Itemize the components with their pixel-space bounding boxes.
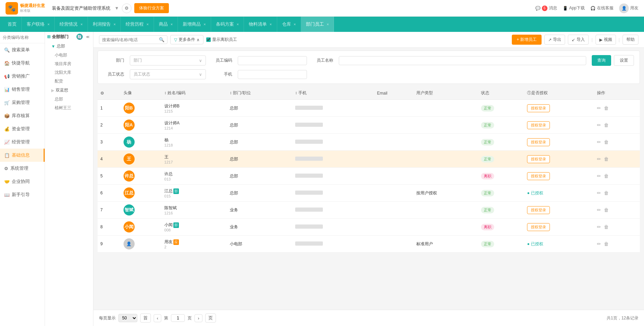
query-button[interactable]: 查询: [592, 55, 611, 66]
trial-button[interactable]: 体验行业方案: [134, 3, 169, 13]
tab-history[interactable]: 经营历程×: [121, 17, 154, 32]
tab-goods[interactable]: 商品×: [154, 17, 178, 32]
delete-icon[interactable]: 🗑: [604, 241, 609, 247]
close-icon[interactable]: ×: [146, 22, 148, 26]
more-filter-button[interactable]: ▽ 更多条件 ∧: [170, 35, 203, 44]
sidebar-item-search-menu[interactable]: 🔍 搜索菜单: [0, 43, 45, 56]
edit-icon[interactable]: ✏: [597, 241, 601, 247]
close-icon[interactable]: ×: [237, 22, 239, 26]
close-icon[interactable]: ×: [327, 22, 329, 26]
tab-dept-employee[interactable]: 部门员工×: [301, 17, 334, 32]
close-icon[interactable]: ×: [80, 22, 82, 26]
settings-icon[interactable]: ⚙: [100, 91, 104, 96]
sidebar-item-guide[interactable]: 📖 新手引导: [0, 188, 45, 201]
dept-item-zongbu[interactable]: ▼ 总部: [45, 42, 93, 51]
edit-icon[interactable]: ✏: [597, 122, 601, 128]
first-page-btn[interactable]: 首: [140, 314, 151, 323]
sidebar-item-purchase[interactable]: 🛒 采购管理: [0, 96, 45, 109]
dept-sub-peihuo[interactable]: 配货: [45, 77, 93, 86]
tab-home[interactable]: 首页: [3, 17, 22, 32]
close-icon[interactable]: ×: [203, 22, 206, 26]
sidebar-item-sales[interactable]: 📊 销售管理: [0, 83, 45, 96]
edit-icon[interactable]: ✏: [597, 207, 601, 213]
edit-icon[interactable]: ✏: [597, 139, 601, 145]
edit-icon[interactable]: ✏: [597, 224, 601, 230]
emp-name-input[interactable]: [339, 56, 586, 65]
delete-icon[interactable]: 🗑: [604, 156, 609, 162]
sidebar-item-inventory[interactable]: 📦 库存核算: [0, 109, 45, 122]
dept-sub-shenyang[interactable]: 沈阳大库: [45, 68, 93, 77]
add-employee-button[interactable]: + 新增员工: [512, 35, 542, 45]
close-icon[interactable]: ×: [171, 22, 173, 26]
edit-icon[interactable]: ✏: [597, 105, 601, 111]
status-badge: 正常: [481, 139, 494, 146]
close-icon[interactable]: ×: [47, 22, 49, 26]
tab-bom[interactable]: 物料清单×: [244, 17, 277, 32]
sidebar-item-quick-nav[interactable]: 🏠 快捷导航: [0, 56, 45, 70]
show-resigned-checkbox[interactable]: [206, 37, 211, 42]
phone-input[interactable]: [238, 70, 307, 79]
tab-customer[interactable]: 客户联络×: [22, 17, 55, 32]
auth-login-button[interactable]: 授权登录: [527, 121, 550, 129]
close-icon[interactable]: ×: [114, 22, 116, 26]
sidebar-item-finance[interactable]: 💰 资金管理: [0, 122, 45, 135]
edit-icon[interactable]: ✏: [597, 190, 601, 196]
edit-icon[interactable]: ✏: [597, 156, 601, 162]
view-button[interactable]: ▶视频: [596, 35, 616, 45]
close-icon[interactable]: ×: [294, 22, 296, 26]
sidebar-item-operation[interactable]: 📈 经营管理: [0, 135, 45, 149]
delete-icon[interactable]: 🗑: [604, 190, 609, 196]
export-button[interactable]: ↗导出: [544, 35, 565, 45]
auth-login-button[interactable]: 授权登录: [527, 206, 550, 214]
tab-barcode[interactable]: 条码方案×: [211, 17, 244, 32]
dept-sub-project[interactable]: 项目库房: [45, 60, 93, 68]
dept-sub-zhishu[interactable]: 植树王三: [45, 104, 93, 112]
emp-status-select[interactable]: 员工状态 ∨: [130, 69, 206, 79]
dept-collapse-arrow[interactable]: ≪: [84, 33, 91, 40]
all-dept-header[interactable]: ⊞ 全部部门 🔄 ≪: [45, 32, 93, 42]
delete-icon[interactable]: 🗑: [604, 139, 609, 145]
sidebar-item-basic-info[interactable]: 📋 基础信息: [0, 149, 45, 162]
dept-sub-zongbu2[interactable]: 总部: [45, 95, 93, 104]
tab-operation[interactable]: 经营情况×: [55, 17, 88, 32]
tab-profit[interactable]: 利润报告×: [88, 17, 121, 32]
sidebar-item-marketing[interactable]: 📢 营销推广: [0, 70, 45, 83]
sidebar-item-system[interactable]: ⚙ 系统管理: [0, 162, 45, 175]
dept-item-shuanglans[interactable]: ▶ 双蓝想: [45, 86, 93, 95]
page-number-input[interactable]: [171, 314, 185, 322]
tab-warehouse[interactable]: 仓库×: [277, 17, 301, 32]
auth-login-button[interactable]: 授权登录: [527, 138, 550, 146]
dept-sub-xiaodian[interactable]: 小电部: [45, 51, 93, 60]
delete-icon[interactable]: 🗑: [604, 207, 609, 213]
msg-item[interactable]: 💬 6 消息: [535, 5, 557, 11]
delete-icon[interactable]: 🗑: [604, 224, 609, 230]
help-button[interactable]: 帮助: [623, 35, 638, 45]
per-page-select[interactable]: 50 100: [118, 314, 137, 322]
gear-button[interactable]: ⚙: [122, 3, 131, 13]
close-icon[interactable]: ×: [270, 22, 272, 26]
delete-icon[interactable]: 🗑: [604, 173, 609, 179]
last-page-btn[interactable]: 页: [205, 314, 216, 323]
tab-new-goods[interactable]: 新增商品×: [178, 17, 211, 32]
auth-login-button[interactable]: 授权登录: [527, 223, 550, 231]
sys-arrow-icon[interactable]: ▼: [115, 6, 119, 11]
sidebar-search-input[interactable]: [3, 35, 45, 40]
search-input[interactable]: [102, 37, 157, 42]
emp-code-input[interactable]: [238, 56, 307, 65]
delete-icon[interactable]: 🗑: [604, 105, 609, 111]
auth-login-button[interactable]: 授权登录: [527, 172, 550, 180]
prev-page-btn[interactable]: ‹: [154, 314, 161, 322]
auth-login-button[interactable]: 授权登录: [527, 155, 550, 163]
next-page-btn[interactable]: ›: [194, 314, 202, 322]
import-button[interactable]: ↙导入: [568, 35, 589, 45]
edit-icon[interactable]: ✏: [597, 173, 601, 179]
sidebar-item-collab[interactable]: 🤝 企业协同: [0, 175, 45, 188]
online-service-item[interactable]: 🎧 在线客服: [590, 5, 614, 11]
auth-login-button[interactable]: 授权登录: [527, 104, 550, 112]
dept-collapse-btn[interactable]: 🔄: [76, 34, 83, 40]
user-item[interactable]: 👤 用友: [619, 3, 638, 13]
app-download-item[interactable]: 📱 App下载: [563, 5, 585, 11]
delete-icon[interactable]: 🗑: [604, 122, 609, 128]
set-button[interactable]: 设置: [614, 55, 634, 66]
dept-filter-select[interactable]: 部门 ∨: [130, 55, 206, 65]
